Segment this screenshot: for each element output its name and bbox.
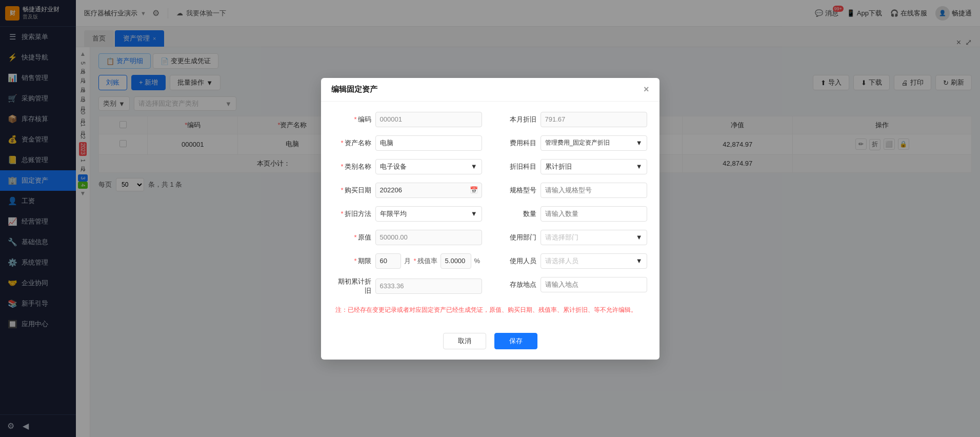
- modal-field-person: 使用人员 请选择人员 ▼: [498, 253, 647, 269]
- original-input[interactable]: [375, 230, 482, 245]
- modal-close-btn[interactable]: ×: [644, 85, 649, 94]
- asset-name-label: *资产名称: [333, 138, 375, 148]
- modal-field-initial-accumulated: 期初累计折旧: [333, 277, 482, 295]
- modal-field-code: *编码: [333, 112, 482, 127]
- modal-field-dep-subject: 折旧科目 累计折旧 ▼: [498, 159, 647, 174]
- residual-rate-unit: %: [474, 257, 481, 265]
- residual-rate-input[interactable]: [441, 253, 471, 269]
- quantity-label: 数量: [498, 209, 541, 218]
- method-select-value: 年限平均: [380, 209, 407, 218]
- department-placeholder: 请选择部门: [545, 233, 578, 242]
- modal-right-col: 本月折旧 费用科目 管理费用_固定资产折旧 ▼: [498, 112, 647, 304]
- modal-field-expense-subject: 费用科目 管理费用_固定资产折旧 ▼: [498, 135, 647, 151]
- monthly-dep-input: [541, 112, 647, 127]
- modal-grid: *编码 *资产名称 *类别名称: [333, 112, 647, 304]
- department-arrow: ▼: [636, 233, 643, 241]
- edit-fixed-asset-modal: 编辑固定资产 × *编码 *资产名称: [321, 78, 659, 360]
- quantity-input[interactable]: [541, 206, 647, 222]
- code-required-star: *: [354, 115, 356, 123]
- period-input[interactable]: [375, 253, 401, 269]
- modal-field-period: *期限 月 *残值率 %: [333, 253, 482, 269]
- asset-name-input[interactable]: [375, 135, 482, 151]
- modal-header: 编辑固定资产 ×: [321, 78, 659, 102]
- period-inline: 月 *残值率 %: [375, 253, 482, 269]
- purchase-date-label: *购买日期: [333, 186, 375, 195]
- dep-subject-label: 折旧科目: [498, 162, 541, 171]
- spec-input[interactable]: [541, 183, 647, 198]
- modal-body: *编码 *资产名称 *类别名称: [321, 102, 659, 329]
- person-select[interactable]: 请选择人员 ▼: [541, 253, 647, 269]
- modal-field-asset-name: *资产名称: [333, 135, 482, 151]
- save-btn[interactable]: 保存: [494, 333, 537, 349]
- calendar-icon: 📅: [470, 186, 478, 194]
- initial-accumulated-input[interactable]: [375, 279, 482, 294]
- modal-field-original: *原值: [333, 230, 482, 245]
- modal-field-monthly-dep: 本月折旧: [498, 112, 647, 127]
- purchase-date-wrapper: 📅: [375, 183, 482, 198]
- category-select-value: 电子设备: [380, 162, 407, 171]
- modal-field-location: 存放地点: [498, 277, 647, 292]
- modal-field-spec: 规格型号: [498, 183, 647, 198]
- modal-field-method: *折旧方法 年限平均 ▼: [333, 206, 482, 222]
- modal-field-category: *类别名称 电子设备 ▼: [333, 159, 482, 174]
- method-select[interactable]: 年限平均 ▼: [375, 206, 482, 222]
- initial-accumulated-label: 期初累计折旧: [333, 277, 375, 295]
- modal-footer: 取消 保存: [321, 329, 659, 360]
- category-label: *类别名称: [333, 162, 375, 171]
- modal-field-purchase-date: *购买日期 📅: [333, 183, 482, 198]
- location-input[interactable]: [541, 277, 647, 292]
- period-label: *期限: [333, 256, 375, 266]
- modal-note: 注：已经存在变更记录或者对应固定资产已经生成凭证，原值、购买日期、残值率、累计折…: [333, 306, 647, 314]
- department-select[interactable]: 请选择部门 ▼: [541, 230, 647, 245]
- expense-subject-label: 费用科目: [498, 138, 541, 148]
- person-placeholder: 请选择人员: [545, 256, 578, 266]
- dep-subject-value: 累计折旧: [545, 162, 572, 171]
- spec-label: 规格型号: [498, 186, 541, 195]
- expense-subject-arrow: ▼: [636, 139, 643, 147]
- method-label: *折旧方法: [333, 209, 375, 218]
- modal-title: 编辑固定资产: [331, 85, 377, 94]
- dep-subject-select[interactable]: 累计折旧 ▼: [541, 159, 647, 174]
- expense-subject-value: 管理费用_固定资产折旧: [545, 138, 610, 147]
- cancel-btn[interactable]: 取消: [443, 333, 486, 349]
- monthly-dep-label: 本月折旧: [498, 115, 541, 124]
- person-arrow: ▼: [636, 257, 643, 265]
- dep-subject-arrow: ▼: [636, 163, 643, 170]
- code-label: *编码: [333, 115, 375, 124]
- modal-overlay: 编辑固定资产 × *编码 *资产名称: [0, 0, 980, 437]
- period-unit: 月: [404, 256, 411, 266]
- residual-rate-label: *残值率: [414, 256, 437, 266]
- modal-field-department: 使用部门 请选择部门 ▼: [498, 230, 647, 245]
- category-select-arrow: ▼: [471, 163, 477, 170]
- original-label: *原值: [333, 233, 375, 242]
- person-label: 使用人员: [498, 256, 541, 266]
- expense-subject-select[interactable]: 管理费用_固定资产折旧 ▼: [541, 135, 647, 151]
- code-input[interactable]: [375, 112, 482, 127]
- purchase-date-input[interactable]: [375, 183, 482, 198]
- method-select-arrow: ▼: [471, 210, 477, 217]
- location-label: 存放地点: [498, 280, 541, 289]
- category-select[interactable]: 电子设备 ▼: [375, 159, 482, 174]
- modal-field-quantity: 数量: [498, 206, 647, 222]
- department-label: 使用部门: [498, 233, 541, 242]
- modal-left-col: *编码 *资产名称 *类别名称: [333, 112, 482, 304]
